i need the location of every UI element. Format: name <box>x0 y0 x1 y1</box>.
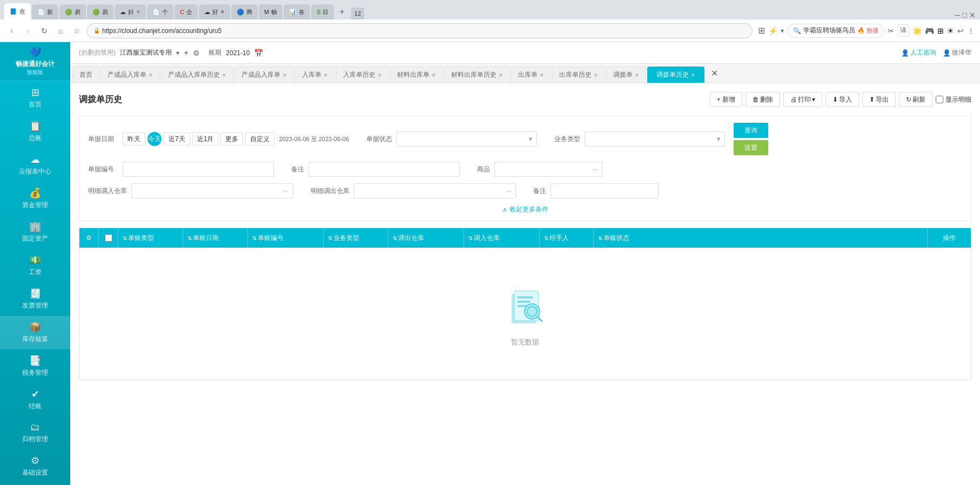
close-all-tabs-button[interactable]: ✕ <box>708 68 721 78</box>
collapse-more-button[interactable]: ∧ 收起更多条件 <box>502 205 548 214</box>
close-icon[interactable]: ✕ <box>136 9 140 15</box>
tab-inbound-history[interactable]: 入库单历史 ✕ <box>336 67 389 83</box>
nav-back-button[interactable]: ‹ <box>5 24 18 37</box>
th-checkbox[interactable] <box>99 228 118 248</box>
note-input[interactable] <box>551 183 659 198</box>
browser-tab-1[interactable]: 📄新 <box>32 4 58 19</box>
browser-tab-2[interactable]: 🟢易 <box>59 4 86 19</box>
tab-outbound[interactable]: 出库单 ✕ <box>511 67 551 83</box>
new-button[interactable]: + 新增 <box>710 92 742 107</box>
scissors-button[interactable]: ✂ <box>888 26 894 35</box>
calendar-icon[interactable]: 📅 <box>254 49 263 57</box>
grid-view-button[interactable]: ⊞ <box>758 25 765 36</box>
import-button[interactable]: ⬇ 导入 <box>825 92 859 107</box>
address-bar[interactable]: 🔒 https://cloud.chanjet.com/accounting/u… <box>86 23 753 38</box>
display-all-checkbox-label[interactable]: 显示明细 <box>936 95 971 104</box>
menu-button[interactable]: ⋮ <box>967 26 975 35</box>
tab-product-in-history[interactable]: 产成品入库单历史 ✕ <box>161 67 233 83</box>
tab-outbound-history[interactable]: 出库单历史 ✕ <box>552 67 605 83</box>
th-status[interactable]: ⇅ 单账状态 <box>594 228 928 248</box>
theme-button[interactable]: ☀ <box>947 26 954 35</box>
status-select[interactable]: ▾ <box>397 131 537 147</box>
in-warehouse-select[interactable]: ··· <box>131 183 293 198</box>
th-biztype[interactable]: ⇅ 业务类型 <box>324 228 388 248</box>
browser-tab-7[interactable]: ☁好 ✕ <box>199 4 230 19</box>
window-maximize-button[interactable]: □ <box>963 11 967 19</box>
one-month-btn[interactable]: 近1月 <box>192 132 219 145</box>
query-button[interactable]: 查询 <box>734 123 768 138</box>
browser-tab-8[interactable]: 🔵腾 <box>231 4 258 19</box>
close-icon[interactable]: ✕ <box>222 72 226 78</box>
yesterday-btn[interactable]: 昨天 <box>123 132 145 145</box>
seven-days-btn[interactable]: 近7天 <box>164 132 190 145</box>
add-company-button[interactable]: + <box>184 48 189 58</box>
code-input[interactable] <box>123 162 274 177</box>
print-button[interactable]: 🖨 打印 ▾ <box>783 92 822 107</box>
close-icon[interactable]: ✕ <box>499 72 503 78</box>
th-date[interactable]: ⇅ 单账日期 <box>183 228 248 248</box>
user-profile-button[interactable]: 👤 徐泽华 <box>943 48 971 57</box>
custom-btn[interactable]: 自定义 <box>245 132 274 145</box>
ext-3-button[interactable]: ⊞ <box>937 26 944 35</box>
browser-tab-4[interactable]: ☁好 ✕ <box>115 4 146 19</box>
sidebar-item-inventory[interactable]: 📦 库存核算 <box>0 316 70 349</box>
ext-1-button[interactable]: 🌟 <box>912 26 922 35</box>
sidebar-item-salary[interactable]: 💵 工资 <box>0 249 70 282</box>
close-icon[interactable]: ✕ <box>635 72 639 78</box>
close-icon[interactable]: ✕ <box>283 72 287 78</box>
sidebar-item-invoice[interactable]: 🧾 发票管理 <box>0 282 70 316</box>
browser-tab-5[interactable]: 📄个 <box>147 4 173 19</box>
close-icon[interactable]: ✕ <box>149 72 153 78</box>
nav-star-button[interactable]: ☆ <box>70 24 83 37</box>
sidebar-item-close-accounts[interactable]: ✔ 结账 <box>0 383 70 416</box>
tab-material-out-history[interactable]: 材料出库单历史 ✕ <box>444 67 510 83</box>
today-btn[interactable]: 今天 <box>147 132 162 146</box>
browser-tab-3[interactable]: 🟢易 <box>87 4 113 19</box>
th-out-warehouse[interactable]: ⇅ 调出仓库 <box>388 228 464 248</box>
remark-input[interactable] <box>308 162 460 177</box>
company-settings-button[interactable]: ⚙ <box>193 49 200 57</box>
sidebar-item-cloud-report[interactable]: ☁ 云报表中心 <box>0 148 70 182</box>
goods-select[interactable]: ··· <box>494 162 602 177</box>
sidebar-item-ledger[interactable]: 📋 总账 <box>0 115 70 148</box>
sidebar-item-archive[interactable]: 🗂 归档管理 <box>0 416 70 449</box>
nav-refresh-button[interactable]: ↻ <box>38 24 51 37</box>
window-minimize-button[interactable]: ─ <box>955 11 961 19</box>
window-close-button[interactable]: ✕ <box>969 11 976 19</box>
filter-settings-button[interactable]: 设置 <box>734 140 768 155</box>
undo-button[interactable]: ↩ <box>957 26 964 35</box>
sidebar-item-settings[interactable]: ⚙ 基础设置 <box>0 449 70 483</box>
refresh-button[interactable]: ↻ 刷新 <box>899 92 932 107</box>
sidebar-item-fixed-assets[interactable]: 🏢 固定资产 <box>0 215 70 249</box>
tab-home[interactable]: 首页 <box>72 67 99 83</box>
ext-2-button[interactable]: 🎮 <box>925 26 934 35</box>
translate-button[interactable]: 译 <box>897 24 909 37</box>
company-dropdown-button[interactable]: ▾ <box>176 49 179 57</box>
tab-product-in[interactable]: 产成品入库单 ✕ <box>100 67 160 83</box>
browser-tab-11[interactable]: S目 <box>311 4 334 19</box>
sidebar-item-tax[interactable]: 📑 税务管理 <box>0 349 70 383</box>
close-icon[interactable]: ✕ <box>540 72 544 78</box>
new-tab-button[interactable]: + <box>335 4 348 19</box>
tab-product-in2[interactable]: 产成品入库单 ✕ <box>234 67 294 83</box>
display-all-checkbox[interactable] <box>936 96 943 103</box>
biztype-select[interactable]: ▾ <box>585 131 725 147</box>
nav-forward-button[interactable]: › <box>22 24 35 37</box>
tab-inbound[interactable]: 入库单 ✕ <box>295 67 335 83</box>
sidebar-item-fund[interactable]: 💰 资金管理 <box>0 182 70 215</box>
th-type[interactable]: ⇅ 单账类型 <box>118 228 183 248</box>
close-icon[interactable]: ✕ <box>691 72 695 78</box>
browser-tab-9[interactable]: M畅 <box>259 4 283 19</box>
tab-transfer[interactable]: 调拨单 ✕ <box>606 67 646 83</box>
tab-material-out[interactable]: 材料出库单 ✕ <box>390 67 443 83</box>
close-icon[interactable]: ✕ <box>324 72 328 78</box>
sidebar-item-home[interactable]: ⊞ 首页 <box>0 81 70 115</box>
delete-button[interactable]: 🗑 删除 <box>746 92 780 107</box>
th-settings[interactable]: ⚙ <box>79 228 99 248</box>
th-code[interactable]: ⇅ 单账编号 <box>248 228 324 248</box>
close-icon[interactable]: ✕ <box>378 72 382 78</box>
select-all-checkbox[interactable] <box>105 234 112 242</box>
browser-tab-6[interactable]: C企 <box>174 4 198 19</box>
out-warehouse-select[interactable]: ··· <box>354 183 516 198</box>
more-btn[interactable]: 更多 <box>220 132 243 145</box>
